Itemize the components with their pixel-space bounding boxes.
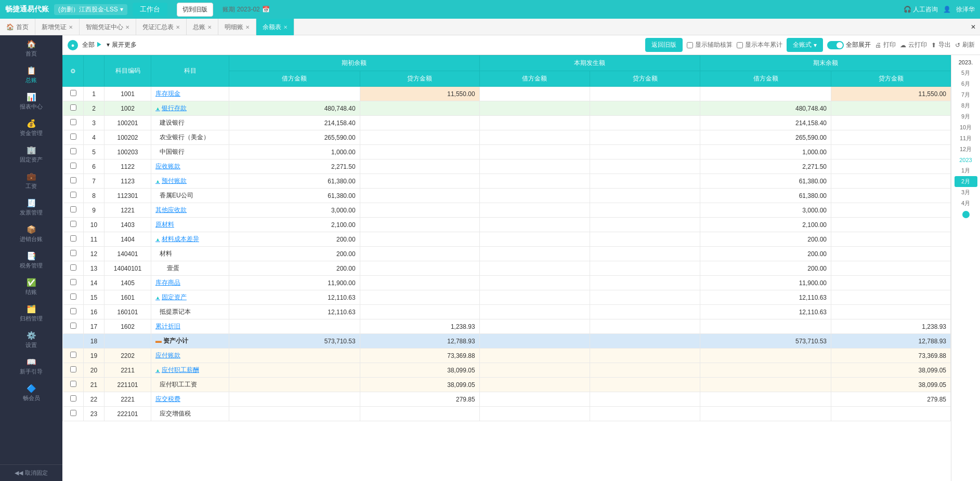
month-5[interactable]: 5月 <box>955 68 977 78</box>
sidebar-item-member[interactable]: 🔷 畅会员 <box>0 380 62 406</box>
export-button[interactable]: ⬆ 导出 <box>931 41 951 49</box>
show-aux-checkbox[interactable] <box>687 42 693 48</box>
close-icon[interactable]: ✕ <box>69 24 73 30</box>
company-selector[interactable]: (勿删）江西股金-LSS ▾ <box>54 4 127 15</box>
unpin-button[interactable]: ◀◀ 取消固定 <box>0 464 62 481</box>
expand-more-button[interactable]: ▾ 展开更多 <box>107 41 136 49</box>
table-row: 151601▲固定资产12,110.6312,110.63 <box>63 290 951 305</box>
cloud-print-button[interactable]: ☁ 云打印 <box>900 41 927 49</box>
refresh-icon: ↺ <box>955 42 960 49</box>
export-icon: ⬆ <box>931 42 936 49</box>
month-4[interactable]: 4月 <box>955 198 977 209</box>
table-row: 61122应收账款2,271.502,271.50 <box>63 159 951 174</box>
payroll-icon: 💼 <box>27 172 36 181</box>
expand-icon: ▾ <box>107 41 110 48</box>
col-cp-debit: 借方金额 <box>479 71 590 87</box>
archive-icon: 🗂️ <box>27 304 36 314</box>
sidebar-item-invoice[interactable]: 🧾 发票管理 <box>0 194 62 221</box>
close-all[interactable]: ✕ <box>971 19 980 35</box>
sidebar-item-tax[interactable]: 📑 税务管理 <box>0 247 62 274</box>
table-row: 111404▲材料成本差异200.00200.00 <box>63 232 951 247</box>
year-2023-top: 2023. <box>959 57 973 68</box>
tab-new-voucher[interactable]: 新增凭证 ✕ <box>35 19 80 35</box>
month-10[interactable]: 10月 <box>955 122 977 133</box>
sidebar-item-fixed-assets[interactable]: 🏢 固定资产 <box>0 141 62 168</box>
tab-detail-ledger[interactable]: 明细账 ✕ <box>218 19 256 35</box>
month-9[interactable]: 9月 <box>955 111 977 122</box>
consult-btn[interactable]: 🎧 人工咨询 <box>904 5 938 14</box>
user-avatar: 👤 <box>943 6 951 13</box>
sidebar-item-archive[interactable]: 🗂️ 归档管理 <box>0 300 62 327</box>
show-aux-label[interactable]: 显示辅助核算 <box>687 41 733 49</box>
settings-icon: ⚙️ <box>27 331 36 340</box>
show-ytd-label[interactable]: 显示本年累计 <box>737 41 782 49</box>
tax-icon: 📑 <box>27 251 36 261</box>
user-name: 徐泽华 <box>956 5 975 14</box>
sidebar-item-payroll[interactable]: 💼 工资 <box>0 168 62 194</box>
month-8[interactable]: 8月 <box>955 100 977 111</box>
month-1[interactable]: 1月 <box>955 165 977 176</box>
tab-balance-sheet[interactable]: 余额表 ✕ <box>256 19 294 35</box>
col-current-period-header: 本期发生额 <box>479 56 700 71</box>
sidebar-item-purchase-sales[interactable]: 📦 进销台账 <box>0 221 62 247</box>
table-row: 21221101应付职工工资38,099.0538,099.05 <box>63 378 951 392</box>
full-form-button[interactable]: 全账式 ▾ <box>787 38 823 52</box>
close-icon[interactable]: ✕ <box>176 24 180 30</box>
return-old-button[interactable]: 返回旧版 <box>645 38 683 52</box>
month-3[interactable]: 3月 <box>955 187 977 198</box>
table-row: 171602累计折旧1,238.931,238.93 <box>63 319 951 334</box>
top-right-info: 🎧 人工咨询 👤 徐泽华 <box>904 5 975 14</box>
filter-all-badge[interactable]: 全部 ▶ <box>82 41 102 49</box>
month-12[interactable]: 12月 <box>955 144 977 155</box>
close-icon[interactable]: ✕ <box>125 24 129 30</box>
table-header-row-1: ⚙ 科目编码 科目 期初余额 本期发生额 期末余额 <box>63 56 951 71</box>
close-icon[interactable]: ✕ <box>245 24 250 30</box>
tab-general-ledger[interactable]: 总账 ✕ <box>187 19 218 35</box>
filter-circle[interactable]: ● <box>68 40 78 50</box>
left-sidebar: 🏠 首页 📋 总账 📊 报表中心 💰 资金管理 🏢 固定资产 💼 工资 <box>0 35 62 481</box>
chevron-down-icon: ▾ <box>814 42 817 49</box>
tab-home[interactable]: 🏠 首页 <box>0 19 35 35</box>
toggle-all-area: 全部展开 <box>827 41 871 49</box>
month-2[interactable]: 2月 <box>955 176 977 187</box>
chevron-down-icon: ▾ <box>120 6 123 13</box>
funds-icon: 💰 <box>27 119 36 128</box>
close-icon[interactable]: ✕ <box>207 24 212 30</box>
old-version-button[interactable]: 切到旧版 <box>177 3 213 17</box>
table-row: 3100201建设银行214,158.40214,158.40 <box>63 116 951 130</box>
table-row: 16160101抵提票记本12,110.6312,110.63 <box>63 305 951 319</box>
sidebar-item-guide[interactable]: 📖 新手引导 <box>0 353 62 380</box>
sidebar-item-ledger[interactable]: 📋 总账 <box>0 62 62 88</box>
tab-voucher-summary[interactable]: 凭证汇总表 ✕ <box>136 19 187 35</box>
close-icon[interactable]: ✕ <box>283 24 288 30</box>
month-11[interactable]: 11月 <box>955 133 977 144</box>
calendar-icon[interactable]: 📅 <box>262 6 270 13</box>
sidebar-item-funds[interactable]: 💰 资金管理 <box>0 115 62 141</box>
pin-icon: ◀◀ <box>15 470 23 476</box>
collapse-panel-button[interactable] <box>962 211 970 218</box>
sidebar-item-reports[interactable]: 📊 报表中心 <box>0 88 62 115</box>
table-row: 12140401材料200.00200.00 <box>63 247 951 261</box>
sidebar-item-home[interactable]: 🏠 首页 <box>0 35 62 62</box>
table-row: 4100202农业银行（美金）265,590.00265,590.00 <box>63 130 951 145</box>
report-icon: 📊 <box>27 92 36 102</box>
sidebar-item-settings[interactable]: ⚙️ 设置 <box>0 327 62 353</box>
table-row: 101403原材料2,100.002,100.00 <box>63 218 951 232</box>
show-ytd-checkbox[interactable] <box>737 42 743 48</box>
col-ob-debit: 借方金额 <box>229 71 360 87</box>
print-button[interactable]: 🖨 打印 <box>875 41 896 49</box>
col-setting: ⚙ <box>63 56 84 87</box>
col-eb-credit: 贷方金额 <box>831 71 951 87</box>
refresh-button[interactable]: ↺ 刷新 <box>955 41 975 49</box>
table-row: 8112301香属EU公司61,380.0061,380.00 <box>63 189 951 203</box>
tab-smart-voucher[interactable]: 智能凭证中心 ✕ <box>80 19 136 35</box>
purchase-icon: 📦 <box>27 225 36 234</box>
month-6[interactable]: 6月 <box>955 78 977 89</box>
workbench-button[interactable]: 工作台 <box>133 3 167 16</box>
top-app-bar: 畅捷通易代账 (勿删）江西股金-LSS ▾ 工作台 切到旧版 账期 2023-0… <box>0 0 980 19</box>
sidebar-item-closing[interactable]: ✅ 结账 <box>0 274 62 300</box>
ledger-icon: 📋 <box>27 66 36 75</box>
col-code-header: 科目编码 <box>104 56 151 87</box>
month-7[interactable]: 7月 <box>955 89 977 100</box>
toggle-all-switch[interactable] <box>827 41 844 49</box>
